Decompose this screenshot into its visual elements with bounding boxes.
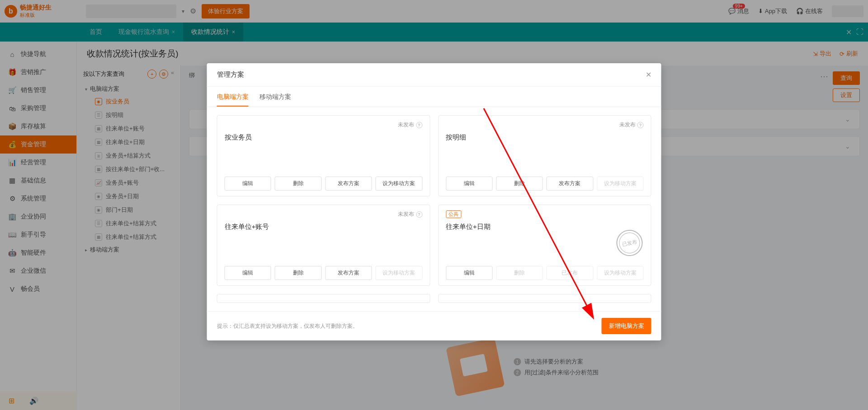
delete-button[interactable]: 删除 — [496, 177, 542, 191]
help-icon[interactable]: ? — [416, 122, 422, 128]
delete-button[interactable]: 删除 — [275, 266, 321, 280]
add-pc-scheme-button[interactable]: 新增电脑方案 — [602, 318, 651, 334]
modal-header: 管理方案 ✕ — [207, 63, 661, 87]
delete-button[interactable]: 删除 — [275, 177, 321, 191]
set-mobile-button[interactable]: 设为移动方案 — [376, 177, 422, 191]
modal-tab-pc[interactable]: 电脑端方案 — [217, 93, 249, 107]
modal-close-button[interactable]: ✕ — [646, 70, 651, 79]
card-title: 按明细 — [446, 133, 644, 142]
published-stamp: 已发布 — [614, 228, 645, 259]
help-icon[interactable]: ? — [637, 122, 644, 128]
modal-tabs: 电脑端方案 移动端方案 — [207, 87, 661, 107]
modal-body: 未发布? 按业务员 编辑 删除 发布方案 设为移动方案 未发布? 按明细 编辑 … — [207, 107, 661, 311]
modal-title: 管理方案 — [217, 70, 244, 79]
manage-scheme-modal: 管理方案 ✕ 电脑端方案 移动端方案 未发布? 按业务员 编辑 删除 发布方案 … — [207, 63, 661, 340]
delete-button: 删除 — [496, 266, 542, 280]
publish-button[interactable]: 发布方案 — [325, 266, 372, 280]
scheme-card-peek — [217, 294, 430, 303]
modal-hint: 提示：仅汇总表支持设为移动方案，仅发布人可删除方案。 — [217, 322, 358, 330]
scheme-card-peek — [438, 294, 651, 303]
public-tag: 公共 — [446, 210, 461, 218]
scheme-card: 未发布? 按明细 编辑 删除 发布方案 设为移动方案 — [438, 115, 651, 196]
scheme-card: 未发布? 按业务员 编辑 删除 发布方案 设为移动方案 — [217, 115, 430, 196]
publish-button[interactable]: 发布方案 — [547, 177, 593, 191]
scheme-card: 未发布? 往来单位+账号 编辑 删除 发布方案 设为移动方案 — [217, 205, 430, 286]
modal-footer: 提示：仅汇总表支持设为移动方案，仅发布人可删除方案。 新增电脑方案 — [207, 311, 661, 340]
edit-button[interactable]: 编辑 — [446, 266, 492, 280]
set-mobile-button: 设为移动方案 — [376, 266, 422, 280]
help-icon[interactable]: ? — [416, 211, 422, 218]
edit-button[interactable]: 编辑 — [225, 177, 271, 191]
card-title: 按业务员 — [225, 133, 423, 142]
card-title: 往来单位+日期 — [446, 223, 644, 231]
set-mobile-button: 设为移动方案 — [597, 177, 643, 191]
scheme-card: 公共 往来单位+日期 已发布 编辑 删除 已发布 设为移动方案 — [438, 205, 651, 286]
edit-button[interactable]: 编辑 — [446, 177, 492, 191]
modal-tab-mobile[interactable]: 移动端方案 — [259, 93, 291, 107]
set-mobile-button: 设为移动方案 — [597, 266, 643, 280]
publish-button[interactable]: 发布方案 — [325, 177, 372, 191]
edit-button[interactable]: 编辑 — [225, 266, 271, 280]
published-button: 已发布 — [547, 266, 593, 280]
card-title: 往来单位+账号 — [225, 223, 423, 231]
